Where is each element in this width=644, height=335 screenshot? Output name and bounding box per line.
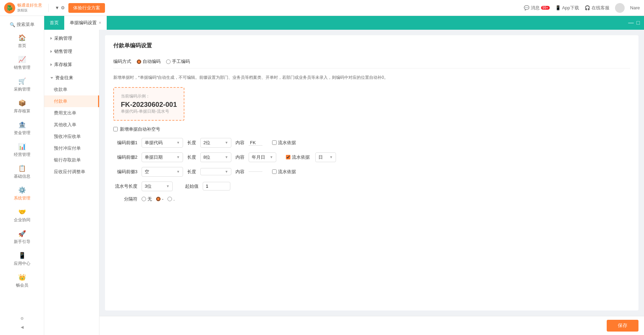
message-btn[interactable]: 💬 消息 99+ xyxy=(524,5,550,11)
app-download-btn[interactable]: 📱 App下载 xyxy=(555,5,579,11)
logo-icon: 🐉 xyxy=(4,2,15,13)
enterprise-icon: 🤝 xyxy=(18,208,26,216)
submenu-item-prepay-receivable[interactable]: 预收冲应收单 xyxy=(44,131,99,142)
length2-select[interactable]: 8位 ▼ xyxy=(200,152,231,162)
sidebar-item-label: 应用中心 xyxy=(14,261,30,267)
nav-dropdown[interactable]: ▼ xyxy=(55,5,59,10)
form-row-1: 编码前缀1 单据代码 ▼ 长度 2位 ▼ 内容 FK xyxy=(113,138,630,148)
sep-dash-radio[interactable]: - xyxy=(156,196,163,202)
prefix1-value: 单据代码 xyxy=(145,140,163,146)
submenu-group-inventory-label: 库存核算 xyxy=(54,62,72,68)
avatar[interactable] xyxy=(615,3,625,13)
manual-code-radio[interactable]: 手工编码 xyxy=(166,58,190,65)
submenu-item-payments[interactable]: 付款单 xyxy=(44,95,99,107)
sep-none-radio[interactable]: 无 xyxy=(142,196,152,202)
content2-select[interactable]: 年月日 ▼ xyxy=(249,152,276,162)
serial2-label: 流水依据 xyxy=(292,154,310,160)
submenu-group-capital-title[interactable]: 资金往来 xyxy=(44,72,99,84)
save-button[interactable]: 保存 xyxy=(607,320,638,332)
sidebar-item-finance[interactable]: 🏦 资金管理 xyxy=(0,118,44,139)
settings-icon[interactable]: ⚙ xyxy=(61,5,65,10)
tab-encoding-settings[interactable]: 单据编码设置 × xyxy=(64,16,107,30)
separator-row: 分隔符 无 - . xyxy=(113,196,630,202)
prefix1-select[interactable]: 单据代码 ▼ xyxy=(142,138,183,148)
dropdown-icon: ▼ xyxy=(176,155,180,159)
inventory-icon: 📦 xyxy=(18,99,26,107)
content: 付款单编码设置 编码方式 自动编码 手 xyxy=(99,30,644,316)
sidebar-settings-btn[interactable]: ⚙ xyxy=(20,316,24,321)
submenu-item-ap-ar-adjust[interactable]: 应收应付调整单 xyxy=(44,166,99,178)
sidebar-item-home[interactable]: 🏠 首页 xyxy=(0,30,44,52)
sidebar-item-system[interactable]: ⚙️ 系统管理 xyxy=(0,183,44,205)
submenu: 采购管理 销售管理 库存核算 xyxy=(44,30,99,335)
sep-dot-input[interactable] xyxy=(167,197,172,201)
prefix2-select[interactable]: 单据日期 ▼ xyxy=(142,152,183,162)
finance-icon: 🏦 xyxy=(18,121,26,129)
submenu-group-sales-title[interactable]: 销售管理 xyxy=(44,46,99,57)
submenu-item-receipts[interactable]: 收款单 xyxy=(44,84,99,95)
serial2-checkbox[interactable] xyxy=(286,155,290,159)
manual-code-input[interactable] xyxy=(166,59,171,64)
message-label: 消息 xyxy=(531,5,540,11)
sidebar-item-enterprise[interactable]: 🤝 企业协同 xyxy=(0,205,44,226)
auto-fill-checkbox[interactable] xyxy=(113,127,118,131)
serial-length-select[interactable]: 3位 ▼ xyxy=(142,182,173,191)
dropdown-icon: ▼ xyxy=(225,170,228,174)
dropdown-icon: ▼ xyxy=(270,155,273,159)
submenu-item-bank[interactable]: 银行存取款单 xyxy=(44,154,99,166)
length3-select[interactable]: ▼ xyxy=(200,168,231,175)
serial3-checkbox[interactable] xyxy=(272,169,277,174)
search-icon: 🔍 xyxy=(10,22,15,27)
submenu-group-inventory: 库存核算 xyxy=(44,59,99,71)
maximize-btn[interactable]: □ xyxy=(636,20,640,26)
member-icon: 👑 xyxy=(18,273,26,281)
tabbar: 首页 单据编码设置 × — □ xyxy=(44,16,644,30)
sep-dot-radio[interactable]: . xyxy=(167,196,175,202)
sidebar-item-operations[interactable]: 📊 经营管理 xyxy=(0,139,44,161)
prefix3-value: 空 xyxy=(145,169,149,175)
serial1-checkbox[interactable] xyxy=(272,140,277,145)
minimize-btn[interactable]: — xyxy=(628,20,634,26)
sidebar-item-inventory[interactable]: 📦 库存核算 xyxy=(0,96,44,118)
serial2-unit-value: 日 xyxy=(318,154,323,160)
preview-box: 当前编码示例： FK-20230602-001 单据代码-单据日期-流水号 xyxy=(113,87,184,121)
serial2-unit-select[interactable]: 日 ▼ xyxy=(315,152,336,162)
auto-fill-row: 新增单据自动补空号 xyxy=(113,126,630,132)
auto-code-input[interactable] xyxy=(137,59,141,64)
preview-label: 当前编码示例： xyxy=(121,93,177,99)
sidebar-item-apps[interactable]: 📱 应用中心 xyxy=(0,248,44,270)
submenu-item-expenses[interactable]: 费用支出单 xyxy=(44,107,99,119)
trial-button[interactable]: 体验行业方案 xyxy=(68,3,105,13)
sidebar-collapse-btn[interactable]: ◀ xyxy=(21,325,23,329)
serial1-checkbox-row: 流水依据 xyxy=(272,140,296,146)
sidebar-item-guide[interactable]: 🚀 新手引导 xyxy=(0,226,44,248)
length3-label: 长度 xyxy=(187,169,196,175)
logo: 🐉 畅通道好生意 旗舰版 xyxy=(4,2,42,13)
sidebar-search[interactable]: 🔍 搜索菜单 xyxy=(10,19,35,30)
tab-home[interactable]: 首页 xyxy=(44,16,64,30)
auto-code-radio[interactable]: 自动编码 xyxy=(137,58,161,65)
sidebar-item-member[interactable]: 👑 畅会员 xyxy=(0,270,44,292)
content2-value: 年月日 xyxy=(252,154,265,160)
sep-none-input[interactable] xyxy=(142,197,146,201)
submenu-group-purchase-title[interactable]: 采购管理 xyxy=(44,32,99,44)
sidebar-item-purchase[interactable]: 🛒 采购管理 xyxy=(0,74,44,96)
tab-encoding-label: 单据编码设置 xyxy=(70,20,97,26)
online-service-btn[interactable]: 🎧 在线客服 xyxy=(585,5,609,11)
download-label: App下载 xyxy=(562,5,579,11)
sidebar-item-basic[interactable]: 📋 基础信息 xyxy=(0,161,44,183)
submenu-group-inventory-title[interactable]: 库存核算 xyxy=(44,59,99,71)
sidebar-item-sales[interactable]: 📈 销售管理 xyxy=(0,52,44,74)
start-value-input[interactable] xyxy=(203,182,230,190)
serial-length-row: 流水号长度 3位 ▼ 起始值 xyxy=(113,182,630,191)
sep-dash-input[interactable] xyxy=(156,197,161,201)
submenu-item-prepay-payable[interactable]: 预付冲应付单 xyxy=(44,142,99,154)
length1-select[interactable]: 2位 ▼ xyxy=(200,138,231,148)
tab-home-label: 首页 xyxy=(50,20,59,26)
topbar-nav[interactable]: ▼ ⚙ xyxy=(55,5,65,10)
sidebar-item-label: 畅会员 xyxy=(16,282,28,288)
tab-close-btn[interactable]: × xyxy=(99,20,101,25)
submenu-item-other-income[interactable]: 其他收入单 xyxy=(44,119,99,131)
prefix3-select[interactable]: 空 ▼ xyxy=(142,167,183,177)
content3-value xyxy=(249,171,262,172)
